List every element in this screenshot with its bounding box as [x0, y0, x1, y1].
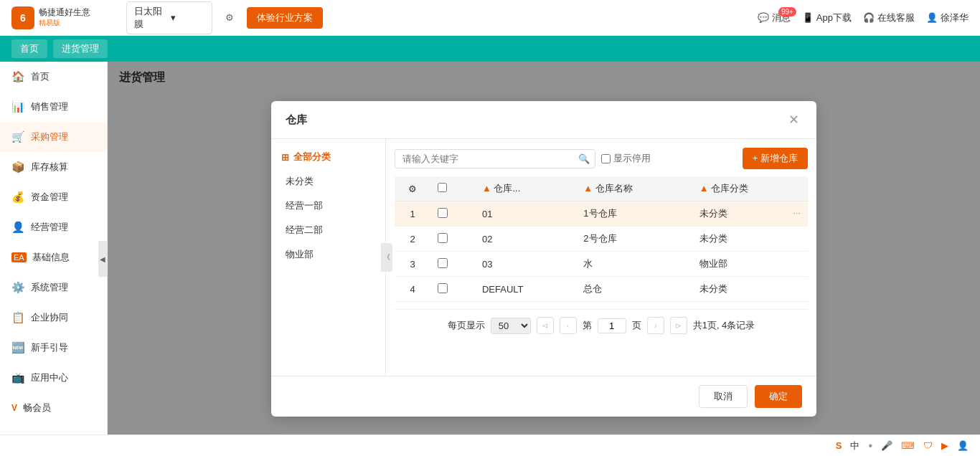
- first-page-button[interactable]: ⊲: [537, 317, 554, 334]
- row2-code: 02: [475, 227, 576, 252]
- table-header: ⚙ ▲ 仓库...: [395, 176, 808, 201]
- status-dot-icon: •: [868, 440, 872, 452]
- finance-icon: 💰: [11, 191, 25, 204]
- sub-tab-purchase[interactable]: 进货管理: [53, 39, 108, 58]
- category-property-label: 物业部: [286, 249, 314, 260]
- store-name: 日太阳膜: [134, 5, 168, 31]
- status-bar: S 中 • 🎤 ⌨ 🛡 ▶ 👤: [0, 434, 980, 456]
- sidebar-item-finance[interactable]: 💰 资金管理: [0, 182, 107, 212]
- page-unit-label: 页: [632, 319, 641, 332]
- th-checkbox: [430, 176, 475, 201]
- sidebar-item-sales[interactable]: 📊 销售管理: [0, 92, 107, 122]
- settings-icon[interactable]: ⚙: [218, 6, 241, 29]
- sidebar-collapse-button[interactable]: ◀: [98, 241, 107, 277]
- page-number-input[interactable]: [598, 318, 626, 333]
- confirm-button[interactable]: 确定: [755, 385, 802, 408]
- logo-icon: 6: [11, 6, 34, 29]
- row4-name: 总仓: [576, 277, 692, 302]
- row4-checkbox[interactable]: [430, 277, 475, 302]
- status-zh-icon[interactable]: 中: [850, 440, 859, 452]
- sidebar-label-enterprise: 企业协同: [31, 311, 68, 324]
- sidebar-item-member[interactable]: V 畅会员: [0, 393, 107, 423]
- search-input[interactable]: [395, 149, 595, 168]
- sidebar-label-system: 系统管理: [31, 281, 68, 294]
- category-dept2-label: 经营二部: [286, 224, 323, 235]
- sidebar-item-enterprise[interactable]: 📋 企业协同: [0, 303, 107, 333]
- apps-icon: 📺: [11, 371, 25, 384]
- category-unclassified-label: 未分类: [286, 176, 314, 186]
- keyboard-icon[interactable]: ⌨: [901, 440, 915, 451]
- row2-checkbox[interactable]: [430, 227, 475, 252]
- user-name: 徐泽华: [941, 11, 969, 24]
- show-disabled-label: 显示停用: [613, 152, 651, 165]
- category-dept1-label: 经营一部: [286, 200, 323, 211]
- message-item[interactable]: 💬 消息 99+: [758, 11, 791, 24]
- prev-page-button[interactable]: ‹: [560, 317, 577, 334]
- store-selector[interactable]: 日太阳膜 ▾: [126, 1, 212, 34]
- shield-icon[interactable]: 🛡: [923, 440, 933, 451]
- category-item-dept1[interactable]: 经营一部: [271, 194, 385, 218]
- next-page-button[interactable]: ›: [647, 317, 664, 334]
- app-label: App下载: [816, 11, 852, 24]
- operations-icon: 👤: [11, 221, 25, 234]
- play-icon[interactable]: ▶: [941, 440, 948, 451]
- sidebar-item-system[interactable]: ⚙️ 系统管理: [0, 272, 107, 303]
- show-disabled-checkbox[interactable]: 显示停用: [601, 152, 651, 165]
- sidebar-item-home[interactable]: 🏠 首页: [0, 62, 107, 92]
- logo-text: 畅捷通好生意: [39, 7, 90, 19]
- add-warehouse-button[interactable]: + 新增仓库: [743, 148, 808, 169]
- table-row[interactable]: 1 01 1号仓库 未分类 ···: [395, 201, 808, 227]
- user-status-icon[interactable]: 👤: [957, 440, 969, 451]
- show-disabled-check[interactable]: [601, 154, 611, 163]
- user-item[interactable]: 👤 徐泽华: [926, 11, 969, 24]
- try-button[interactable]: 体验行业方案: [247, 7, 323, 29]
- status-cn-icon[interactable]: S: [836, 440, 842, 451]
- sidebar-item-guide[interactable]: 🆕 新手引导: [0, 333, 107, 363]
- row1-checkbox[interactable]: [430, 201, 475, 227]
- modal-footer: 取消 确定: [271, 376, 816, 417]
- basic-icon: EA: [11, 252, 27, 262]
- sidebar-item-inventory[interactable]: 📦 库存核算: [0, 152, 107, 182]
- service-item[interactable]: 🎧 在线客服: [863, 11, 915, 24]
- search-wrap: 🔍: [395, 149, 595, 168]
- category-all-item[interactable]: ⊞ 全部分类: [271, 145, 385, 169]
- sort-icon: ▲: [482, 183, 491, 194]
- warehouse-modal: 仓库 ✕ ⊞ 全部分类 未分类 经营: [271, 101, 816, 417]
- table-row[interactable]: 3 03 水 物业部: [395, 252, 808, 277]
- row1-more-button[interactable]: ···: [793, 207, 801, 218]
- category-collapse-button[interactable]: 《: [381, 243, 392, 272]
- sub-tab-home[interactable]: 首页: [11, 39, 47, 58]
- modal-body: ⊞ 全部分类 未分类 经营一部 经营二部 物业部: [271, 139, 816, 376]
- sidebar-item-purchase[interactable]: 🛒 采购管理: [0, 122, 107, 152]
- category-item-property[interactable]: 物业部: [271, 242, 385, 267]
- modal-overlay: 仓库 ✕ ⊞ 全部分类 未分类 经营: [108, 62, 980, 456]
- home-icon: 🏠: [11, 70, 25, 83]
- sidebar-item-apps[interactable]: 📺 应用中心: [0, 363, 107, 393]
- search-icon[interactable]: 🔍: [578, 153, 590, 164]
- select-all-checkbox[interactable]: [438, 183, 447, 192]
- sales-icon: 📊: [11, 100, 25, 113]
- sidebar-label-apps: 应用中心: [31, 371, 68, 384]
- last-page-button[interactable]: ⊳: [670, 317, 687, 334]
- sidebar-label-operations: 经营管理: [31, 221, 68, 234]
- modal-close-button[interactable]: ✕: [785, 111, 802, 128]
- sidebar-item-operations[interactable]: 👤 经营管理: [0, 212, 107, 242]
- row3-checkbox[interactable]: [430, 252, 475, 277]
- per-page-select[interactable]: 50 20 100: [491, 318, 531, 334]
- dropdown-arrow-icon: ▾: [171, 12, 204, 23]
- category-item-dept2[interactable]: 经营二部: [271, 218, 385, 242]
- system-icon: ⚙️: [11, 281, 25, 294]
- cancel-button[interactable]: 取消: [699, 385, 748, 408]
- microphone-icon[interactable]: 🎤: [881, 440, 892, 451]
- sidebar-label-finance: 资金管理: [31, 191, 68, 204]
- app-download-item[interactable]: 📱 App下载: [802, 11, 852, 24]
- category-panel: ⊞ 全部分类 未分类 经营一部 经营二部 物业部: [271, 139, 386, 376]
- sidebar-label-guide: 新手引导: [31, 341, 68, 354]
- category-item-unclassified[interactable]: 未分类: [271, 169, 385, 194]
- sidebar-item-basic[interactable]: EA 基础信息: [0, 242, 107, 272]
- headset-icon: 🎧: [863, 12, 875, 23]
- th-code: ▲ 仓库...: [475, 176, 576, 201]
- table-row[interactable]: 4 DEFAULT 总仓 未分类: [395, 277, 808, 302]
- sidebar-label-purchase: 采购管理: [31, 130, 68, 143]
- table-row[interactable]: 2 02 2号仓库 未分类: [395, 227, 808, 252]
